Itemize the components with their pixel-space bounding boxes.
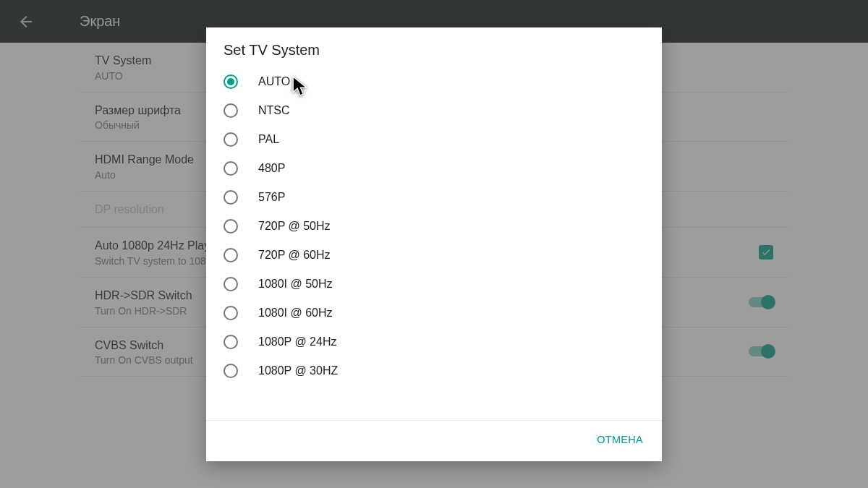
radio-icon: [224, 248, 238, 262]
radio-option-label: 1080P @ 24Hz: [258, 335, 336, 348]
radio-option[interactable]: PAL: [206, 125, 662, 154]
radio-icon: [224, 161, 238, 176]
radio-option[interactable]: 1080P @ 30HZ: [206, 356, 662, 385]
radio-option-label: NTSC: [258, 104, 290, 117]
radio-option-label: 1080P @ 30HZ: [258, 364, 338, 377]
radio-option-label: 720P @ 60Hz: [258, 249, 331, 262]
dialog-options: AUTONTSCPAL480P576P720P @ 50Hz720P @ 60H…: [206, 67, 662, 420]
radio-icon: [224, 74, 238, 89]
radio-icon: [224, 335, 238, 349]
radio-option-label: AUTO: [258, 75, 290, 88]
radio-option-label: 1080I @ 60Hz: [258, 307, 333, 320]
radio-icon: [224, 190, 238, 205]
radio-option[interactable]: NTSC: [206, 96, 662, 125]
radio-icon: [224, 132, 238, 147]
radio-icon: [224, 219, 238, 234]
radio-option[interactable]: 1080I @ 50Hz: [206, 270, 662, 299]
radio-option[interactable]: 1080P @ 24Hz: [206, 328, 662, 356]
cancel-button[interactable]: ОТМЕНА: [588, 428, 652, 451]
radio-option[interactable]: 480P: [206, 154, 662, 183]
radio-option[interactable]: AUTO: [206, 67, 662, 96]
dialog-title: Set TV System: [206, 27, 662, 67]
radio-icon: [224, 364, 238, 378]
radio-option-label: 576P: [258, 191, 285, 204]
dialog-actions: ОТМЕНА: [206, 420, 662, 461]
radio-option-label: 480P: [258, 162, 285, 175]
radio-icon: [224, 277, 238, 291]
radio-option-label: PAL: [258, 133, 279, 146]
radio-option[interactable]: 1080I @ 60Hz: [206, 299, 662, 328]
radio-option-label: 1080I @ 50Hz: [258, 278, 333, 291]
radio-option-label: 720P @ 50Hz: [258, 220, 331, 233]
radio-icon: [224, 103, 238, 118]
radio-option[interactable]: 576P: [206, 183, 662, 212]
radio-option[interactable]: 720P @ 60Hz: [206, 241, 662, 270]
radio-icon: [224, 306, 238, 320]
tv-system-dialog: Set TV System AUTONTSCPAL480P576P720P @ …: [206, 27, 662, 461]
radio-option[interactable]: 720P @ 50Hz: [206, 212, 662, 241]
